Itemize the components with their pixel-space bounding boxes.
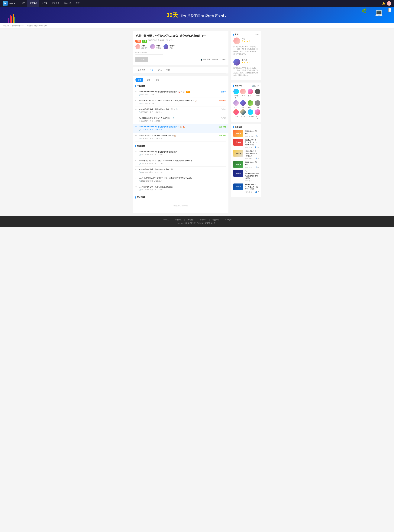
lesson-item: 03 从Java后端到全栈，高级电商全栈系统大课 🕐 2020/02/26 周四… xyxy=(135,167,226,175)
classmate-name: 小熊熊 xyxy=(234,115,238,117)
footer-disclaimer[interactable]: 免责声明 xyxy=(213,219,219,221)
tab-comments[interactable]: 评论 xyxy=(156,67,164,73)
nav-more[interactable]: ... xyxy=(82,0,88,7)
nav-news[interactable]: 新闻资讯 xyxy=(50,0,62,7)
section-bar xyxy=(135,196,136,198)
classmate-item: 小熊熊 xyxy=(233,109,239,120)
rec-thumb: 玩转Java xyxy=(233,139,243,146)
lesson-status[interactable]: 直播中 xyxy=(219,91,226,93)
lesson-status[interactable]: 即将开始 xyxy=(217,99,226,102)
future-live-section-title: 后续直播 xyxy=(135,145,226,147)
teacher-linghe-avatar xyxy=(150,44,155,49)
rec-item[interactable]: 高级电商 高级电商全线系统大课 讲师：张小锋 👤 34 xyxy=(233,130,259,137)
classmate-name: 1767** xyxy=(234,106,238,108)
lesson-item: 04 Java项目面试实操 提升大厂面试成功率 ✏ 📋 🕐 2020/02/26… xyxy=(135,115,226,124)
logo-icon xyxy=(3,1,8,6)
teacher-card-avatar xyxy=(233,59,240,66)
rec-item[interactable]: 玩转Java 玩转Java开发工具，精通JUC，成为开发多面手 讲师：王峰 👤 … xyxy=(233,139,259,148)
rec-item[interactable]: 前端全栈 前端全栈加强版！前端全栈+全周期+多组应用 讲师：岱田 👤 56 xyxy=(233,150,259,160)
teacher-stars: ★★★★☆ xyxy=(242,61,250,63)
classmates-section-title: 你的同学 🔄 换一换 xyxy=(233,85,259,87)
rec-thumb: 前端全栈 xyxy=(233,150,243,157)
future-live-list: 01 Vue Element+Node.js开发企业通用管理后台系统 🕐 202… xyxy=(135,149,226,193)
action-buttons: 📱 手机观看 ☆ 收藏 ⇧ 分享 xyxy=(200,58,226,61)
teachers-label: 名师 xyxy=(233,33,238,36)
course-header: 明星中教授课，小学阶段语法100分–强化级第1讲动词（一） 直播 录播 246人… xyxy=(133,31,228,65)
nav-questions[interactable]: 题库 xyxy=(74,0,82,7)
nav-discover[interactable]: 发现课程 xyxy=(27,0,39,7)
nav-qa[interactable]: 问答社区 xyxy=(62,0,74,7)
subtab-live[interactable]: 直播 xyxy=(135,78,143,82)
subtab-record[interactable]: 录播 xyxy=(145,78,152,82)
lesson-item: 04 Vue全家桶实战 从零独立开发企业级小米电商系统(免费升级Vue3.0) … xyxy=(135,175,226,184)
lesson-name: 从Java后端到全栈，高级电商全栈系统大课 ✏ 📋 xyxy=(139,108,219,110)
teachers-nav[interactable]: 1/10 > xyxy=(254,34,259,36)
classmate-avatar xyxy=(233,100,239,106)
history-empty: 暂无历史回顾课程 xyxy=(135,200,226,211)
user-avatar[interactable] xyxy=(387,1,391,6)
recommended-card: 推荐课程 高级电商 高级电商全线系统大课 讲师：张小锋 👤 34 xyxy=(231,124,261,197)
rec-students: 👤 34 xyxy=(255,135,259,137)
classmates-card: 你的同学 🔄 换一换 化学教书... 1567** xyxy=(231,83,261,122)
lesson-time: 🕐 2020/02/26 周四 10:00-11:00 xyxy=(139,129,217,131)
rec-item[interactable]: 高级电商 高级电商全线系统大课 讲师：冷画 👤 40 xyxy=(233,161,259,168)
breadcrumb-series[interactable]: 新媒体营销系列 xyxy=(12,25,24,27)
teacher-card-songlj: 宋利坚 ★★★★☆ 国内某重点大学安全工程专业硕士，国家一级注册消防工程师、注册… xyxy=(233,59,259,77)
share-button[interactable]: ⇧ 分享 xyxy=(220,58,226,61)
footer-recruit[interactable]: 招资纳士 xyxy=(225,219,232,221)
today-live-section-title: 今日直播 xyxy=(135,85,226,87)
classmate-item: qq_天涯 xyxy=(255,109,260,120)
teacher-qingqingping: 青青平 助教 xyxy=(163,44,175,49)
classmate-item: Bill xyxy=(255,100,260,108)
nav-open[interactable]: 公开课 xyxy=(39,0,50,7)
footer-sitemap[interactable]: 网站地图 xyxy=(187,219,194,221)
classmate-avatar xyxy=(233,109,239,115)
teacher-linghe-name: 凌荷 xyxy=(156,44,161,47)
rec-thumb: 玩转Java xyxy=(233,183,243,190)
classmates-refresh[interactable]: 🔄 换一换 xyxy=(252,85,259,87)
nav-logo[interactable]: 云朵课堂 xyxy=(3,1,15,6)
teacher-linghe: 凌荷 班主任 xyxy=(150,44,161,49)
lesson-status[interactable]: 查看回放 xyxy=(217,126,226,128)
lesson-time: 🕐 2020/02/26 周四 10:00-11:00 xyxy=(139,180,226,182)
notification-bell[interactable]: 🔔 xyxy=(382,2,385,5)
collect-button[interactable]: ☆ 收藏 xyxy=(212,58,218,61)
course-meta: 246人已学习 有效期至：2019-10-21 xyxy=(148,39,174,42)
breadcrumb-discover[interactable]: 发现课程 xyxy=(3,25,9,27)
mobile-view-button[interactable]: 📱 手机观看 xyxy=(200,58,210,61)
lesson-info: 从Java后端到全栈，高级电商全栈系统大课 ✏ 📋 🕐 2020/02/27 周… xyxy=(139,108,219,113)
lesson-num: 03 xyxy=(135,168,139,170)
footer-franchise[interactable]: 加盟代理 xyxy=(175,219,181,221)
purchased-button[interactable]: 已购买 xyxy=(135,57,148,62)
lesson-name: Vue Element+Node.js开发企业通用管理后台系统 xyxy=(139,151,226,153)
lesson-name: Vue Element+Node.js开发企业通用管理后台系统 ✏ 📋 📤 xyxy=(139,126,217,128)
logo-text: 云朵课堂 xyxy=(9,2,15,5)
lesson-name: Vue Element+Node.js开发企业通用管理后台系统 📊 ✏ 📋 资料 xyxy=(139,91,219,93)
lesson-num: 01 xyxy=(135,91,139,93)
subtab-face[interactable]: 面接 xyxy=(154,78,161,82)
rec-item[interactable]: 玩转Java 玩转Java开发工具，精通JUC，成为开发多面手 讲师：岱田 👤 … xyxy=(233,183,259,193)
rec-item[interactable]: Vue管理 Vue Element+Node.js开发企业通用管理后台系统 讲师… xyxy=(233,170,259,182)
sub-tabs: 直播 录播 面接 xyxy=(135,78,226,82)
tab-catalog[interactable]: 目录 xyxy=(147,67,156,73)
nav-home[interactable]: 首页 xyxy=(19,0,27,7)
footer-partner[interactable]: 合作伙伴 xyxy=(200,219,207,221)
lesson-name: 从Java后端到全栈，高级电商全栈系统大课 xyxy=(139,168,226,171)
rec-students: 👤 56 xyxy=(255,157,259,160)
rec-title: 前端全栈加强版！前端全栈+全周期+多组应用 xyxy=(245,150,259,157)
banner-close-button[interactable]: ✕ xyxy=(388,8,391,12)
breadcrumb: 发现课程 / 新媒体营销系列 / 销冠修炼术构建80%的客户 xyxy=(0,23,394,28)
tab-intro[interactable]: 课程介绍 xyxy=(135,67,147,73)
footer-about[interactable]: 关于我们 xyxy=(162,219,169,221)
classmate-avatar xyxy=(255,100,260,106)
classmate-avatar xyxy=(255,89,260,94)
lesson-time: 🕐 2020/02/26 周四 10:00-11:00 xyxy=(139,189,226,191)
tab-qa[interactable]: 问答 xyxy=(164,67,172,73)
rec-lecturer: 讲师：冷画 xyxy=(245,166,252,168)
classmate-item: 化学教书... xyxy=(233,89,239,99)
rec-title: 高级电商全线系统大课 xyxy=(245,130,259,135)
lesson-status[interactable]: 查看回放 xyxy=(217,134,226,137)
banner-days: 30天 xyxy=(166,12,178,18)
teacher-stars: ★★★★☆ xyxy=(242,40,250,42)
classmate-name: 1567** xyxy=(241,106,245,108)
